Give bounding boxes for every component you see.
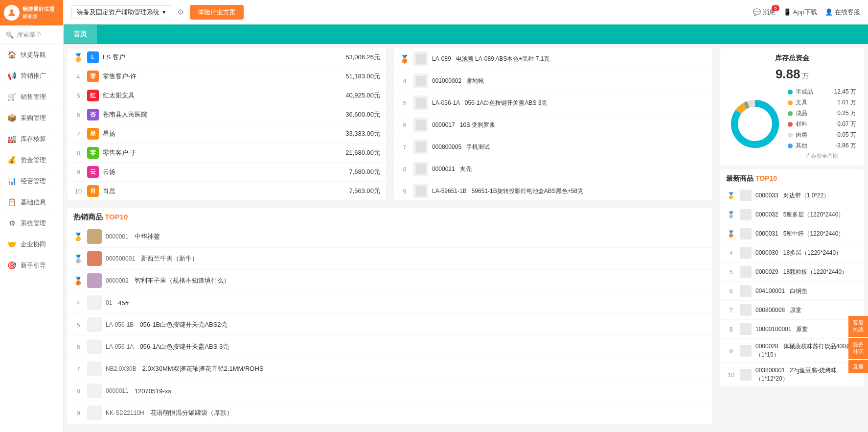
avatar: 零 [87,71,99,82]
messages-badge: 6 [772,5,779,11]
product-img [740,345,752,357]
table-row: 🥇 L LS 客户 53,006.26元 [68,48,386,67]
product-img [740,247,752,259]
list-item: 8 10000100001 原堂 [720,320,864,339]
mobile-icon: 📱 [783,8,791,16]
legend-dot [788,90,793,95]
legend-dot [788,111,793,116]
product-ranking-scroll[interactable]: 🥉 LA-089 电池盖 LA-089 ABS本色+黑种 7.1克 4 [394,48,712,200]
sidebar-logo: 畅捷通好生意 标准版 [0,0,63,25]
tab-home[interactable]: 首页 [64,25,97,44]
panels: 🥇 L LS 客户 53,006.26元 4 零 零售客户-许 51,183.0… [64,44,716,432]
product-img [87,339,102,354]
inventory-sub-label: 库存资金占比 [788,152,856,160]
medal-icon: 🥉 [73,276,83,286]
table-row: 6 0000017 10S 变刹罗浆 [394,114,712,136]
product-img [740,209,752,220]
table-row: 9 云 云扬 7,680.00元 [68,163,386,182]
svg-rect-1 [416,54,426,64]
sidebar-search[interactable]: 🔍 搜索菜单 [0,25,63,45]
svg-point-13 [739,108,771,140]
product-img [413,162,428,176]
product-rank-list: 🥉 LA-089 电池盖 LA-089 ABS本色+黑种 7.1克 4 [394,48,712,200]
sidebar-item-finance[interactable]: 💰 资金管理 [0,150,63,171]
sidebar-item-guide[interactable]: 🎯 新手引导 [0,255,63,276]
table-row: 5 红 红太阳文具 40,925.00元 [68,86,386,105]
sidebar-item-operation[interactable]: 📊 经营管理 [0,171,63,192]
sidebar-item-basic[interactable]: 📋 基础信息 [0,192,63,213]
sidebar-item-purchase[interactable]: 📦 采购管理 [0,108,63,129]
logo-text: 畅捷通好生意 标准版 [23,5,55,20]
list-item: 9 KK-SD22110H 花语萌恒温分罐罐袋（厚款） [68,402,712,424]
list-item: 8 0000011 12070519-xs [68,380,712,402]
customer-service-button[interactable]: 客服热线 [848,316,868,337]
messages-button[interactable]: 💬 消息 6 [753,8,776,17]
sidebar-item-quicknav[interactable]: 🏠 快捷导航 [0,45,63,66]
newest-title: 最新商品 TOP10 [720,169,864,186]
table-row: 10 肖 肖总 7,563.00元 [68,182,386,200]
customer-rank-list: 🥇 L LS 客户 53,006.26元 4 零 零售客户-许 51,183.0… [68,48,386,200]
medal-icon: 🥇 [73,232,83,241]
product-img [413,51,428,66]
product-img [87,361,102,376]
system-selector[interactable]: 装备及固定资产辅助管理系统 ▾ [71,5,171,19]
livestream-button[interactable]: 直播 [848,360,868,373]
system-icon: ⚙ [7,219,17,228]
sidebar-item-inventory[interactable]: 🏭 库存核算 [0,129,63,150]
product-img [740,304,752,316]
list-item: 5 LA-056-1B 056-1B白色按键开关壳ABS2壳 [68,314,712,336]
customer-ranking-scroll[interactable]: 🥇 L LS 客户 53,006.26元 4 零 零售客户-许 51,183.0… [68,48,386,200]
marketing-icon: 📢 [7,72,17,80]
legend-item: 半成品 12.45 万 [788,88,856,96]
list-item: 🥇 0000001 中华神鳌 [68,226,712,248]
product-img [740,228,752,240]
product-img [87,229,102,244]
svg-rect-3 [416,98,426,108]
hot-products-panel: 热销商品TOP10 🥇 0000001 中华神鳌 🥈 000500001 新西兰… [68,208,712,424]
table-row: 7 000800005 手机测试 [394,136,712,158]
product-img [87,251,102,266]
legend-item: 文具 1.01 万 [788,98,856,107]
product-img [413,184,428,198]
legend-list: 半成品 12.45 万 文具 1.01 万 成品 0.25 万 [788,88,856,160]
svg-point-0 [10,9,14,13]
product-img [413,73,428,88]
legend-item: 其他 -3.86 万 [788,142,856,150]
list-item: 🥈 000500001 新西兰牛肉（新牛） [68,248,712,270]
home-icon: 🏠 [7,50,17,59]
sidebar-item-sales[interactable]: 🛒 销售管理 [0,87,63,108]
logo-icon [4,5,20,21]
app-download-button[interactable]: 📱 App下载 [783,8,817,17]
svg-rect-2 [416,76,426,86]
settings-icon[interactable]: ⚙ [177,7,184,17]
avatar: 红 [87,90,99,101]
trial-button[interactable]: 体验行业方案 [190,5,244,20]
svg-rect-4 [416,120,426,130]
table-row: 8 零 零售客户-于 21,680.00元 [68,144,386,163]
table-row: 4 001000002 雪地靴 [394,70,712,92]
inventory-unit: 万 [802,72,809,80]
sidebar-item-system[interactable]: ⚙ 系统管理 [0,213,63,234]
guide-icon: 🎯 [7,261,17,270]
medal-icon: 🥉 [400,54,410,64]
legend-dot [788,100,793,105]
service-community-button[interactable]: 服务社区 [848,338,868,359]
sidebar-item-collab[interactable]: 🤝 企业协同 [0,234,63,255]
inventory-panel: 库存总资金 9.88 万 [720,48,864,166]
sidebar-item-marketing[interactable]: 📢 营销推广 [0,66,63,87]
online-service-button[interactable]: 👤 在线客服 [825,8,860,17]
product-img [87,317,102,332]
avatar: L [87,51,99,63]
message-icon: 💬 [753,8,761,16]
avatar: 云 [87,166,99,178]
list-item: 4 0000030 18多层（1220*2440） [720,243,864,263]
avatar: 星 [87,128,99,140]
avatar: 杏 [87,109,99,120]
legend-item: 肉类 -0.05 万 [788,131,856,139]
hot-products-title: 热销商品TOP10 [68,208,712,226]
list-item: 7 NB2.0X30B 2.0X30MM双搓花轴搓花直径2.1MM/ROHS [68,358,712,380]
medal-icon: 🥇 [73,53,83,62]
inventory-total: 9.88 万 [726,67,858,82]
donut-chart [728,97,782,151]
product-img [87,406,102,420]
